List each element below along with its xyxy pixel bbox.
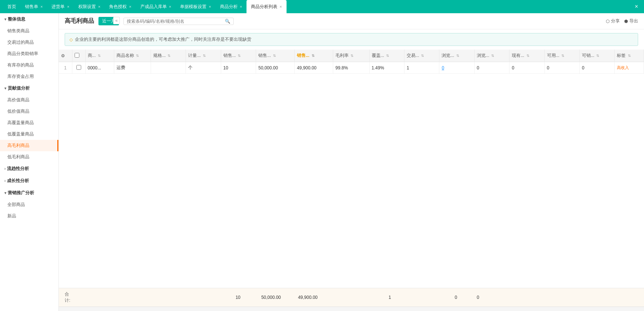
sort-icon-sellable: ⇅ bbox=[596, 54, 599, 58]
th-sales-qty[interactable]: 销售... ⇅ bbox=[221, 50, 256, 62]
close-icon-permission[interactable]: × bbox=[98, 4, 100, 9]
sort-icon-browse2: ⇅ bbox=[491, 54, 494, 58]
sidebar-item-low-value[interactable]: 低价值商品 bbox=[0, 106, 58, 117]
th-tag[interactable]: 标签 ⇅ bbox=[615, 50, 644, 62]
th-spec[interactable]: 规格... ⇅ bbox=[151, 50, 186, 62]
sidebar-item-stock-capital[interactable]: 库存资金占用 bbox=[0, 71, 58, 82]
nav-label-template: 单据模板设置 bbox=[180, 4, 206, 10]
sidebar-group-marketing[interactable]: ▾ 营销推广分析 bbox=[0, 187, 58, 199]
cell-sales-qty: 10 bbox=[221, 62, 256, 74]
nav-item-purchase[interactable]: 进货单 × bbox=[47, 0, 73, 13]
nav-label-product-in: 产成品入库单 bbox=[140, 4, 167, 10]
th-unit[interactable]: 计量... ⇅ bbox=[186, 50, 221, 62]
th-current-stock[interactable]: 现有... ⇅ bbox=[510, 50, 544, 62]
th-coverage[interactable]: 覆盖... ⇅ bbox=[369, 50, 404, 62]
data-table: ⚙ 商... ⇅ 商品名称 ⇅ bbox=[59, 50, 644, 74]
nav-item-analysis-list[interactable]: 商品分析列表 × bbox=[247, 0, 286, 13]
sidebar-item-high-coverage[interactable]: 高覆盖量商品 bbox=[0, 117, 58, 129]
th-sales-cost[interactable]: 销售... ⇅ bbox=[295, 50, 333, 62]
nav-item-product-in[interactable]: 产成品入库单 × bbox=[136, 0, 176, 13]
sort-icon-transaction: ⇅ bbox=[421, 54, 424, 58]
sidebar-group-contribution[interactable]: ▾ 贡献值分析 bbox=[0, 82, 58, 94]
nav-label-analysis: 商品分析 bbox=[220, 4, 238, 10]
cell-coverage: 1.49% bbox=[369, 62, 404, 74]
search-input[interactable] bbox=[127, 19, 223, 24]
nav-label-role: 角色授权 bbox=[109, 4, 127, 10]
cell-name: 运费 bbox=[114, 62, 151, 74]
close-icon-template[interactable]: × bbox=[209, 4, 211, 9]
sort-icon-code: ⇅ bbox=[98, 54, 101, 58]
th-transaction[interactable]: 交易... ⇅ bbox=[404, 50, 439, 62]
nav-item-template[interactable]: 单据模板设置 × bbox=[176, 0, 215, 13]
th-checkbox[interactable] bbox=[72, 50, 85, 62]
nav-label-analysis-list: 商品分析列表 bbox=[251, 4, 277, 10]
cell-transaction: 1 bbox=[404, 62, 439, 74]
cell-checkbox[interactable] bbox=[72, 62, 85, 74]
sort-icon-tag: ⇅ bbox=[628, 54, 631, 58]
sort-icon-sales-cost: ⇅ bbox=[312, 54, 314, 58]
collapse-sidebar-button[interactable]: « bbox=[113, 17, 120, 24]
table-wrapper: ⚙ 商... ⇅ 商品名称 ⇅ bbox=[59, 50, 644, 288]
footer-bar: 合计: 10 50,000.00 49,900.00 1 0 0 bbox=[59, 288, 644, 307]
th-name[interactable]: 商品名称 ⇅ bbox=[114, 50, 151, 62]
sidebar-item-all-goods[interactable]: 全部商品 bbox=[0, 199, 58, 210]
nav-item-permission[interactable]: 权限设置 × bbox=[74, 0, 105, 13]
export-button[interactable]: ⬢ 导出 bbox=[624, 18, 638, 24]
th-sellable[interactable]: 可销... ⇅ bbox=[579, 50, 614, 62]
sidebar-group-trend[interactable]: › 流趋性分析 bbox=[0, 163, 58, 175]
select-all-checkbox[interactable] bbox=[75, 53, 79, 58]
nav-label-sales: 销售单 bbox=[25, 4, 38, 10]
export-icon: ⬢ bbox=[624, 19, 628, 24]
nav-item-role[interactable]: 角色授权 × bbox=[105, 0, 136, 13]
banner-text: 企业的主要的利润都是这部分商品创造的，可考虑加大推广，同时关注库存是不要出现缺货 bbox=[75, 36, 251, 43]
sidebar-group-overview[interactable]: ▾ 整体信息 bbox=[0, 13, 58, 25]
close-all-button[interactable]: × bbox=[632, 3, 641, 10]
sort-icon-sales-amount: ⇅ bbox=[273, 54, 276, 58]
close-icon-analysis-list[interactable]: × bbox=[280, 4, 282, 9]
sidebar-group-growth[interactable]: › 成长性分析 bbox=[0, 175, 58, 187]
sidebar-item-new-goods[interactable]: 新品 bbox=[0, 210, 58, 222]
close-icon-product-in[interactable]: × bbox=[169, 4, 171, 9]
nav-item-analysis[interactable]: 商品分析 × bbox=[216, 0, 247, 13]
th-code[interactable]: 商... ⇅ bbox=[85, 50, 114, 62]
sidebar-item-sales-goods[interactable]: 销售类商品 bbox=[0, 25, 58, 37]
th-available[interactable]: 可用... ⇅ bbox=[544, 50, 579, 62]
th-settings[interactable]: ⚙ bbox=[59, 50, 72, 62]
th-gross-rate[interactable]: 毛利率 ⇅ bbox=[333, 50, 370, 62]
close-icon-role[interactable]: × bbox=[129, 4, 131, 9]
sidebar-item-category-sales-rate[interactable]: 商品分类助销率 bbox=[0, 48, 58, 59]
row-checkbox[interactable] bbox=[76, 65, 81, 70]
horizontal-scrollbar[interactable] bbox=[59, 307, 644, 311]
cell-browse1[interactable]: 0 bbox=[439, 62, 474, 74]
sidebar-item-low-coverage[interactable]: 低覆盖量商品 bbox=[0, 129, 58, 140]
close-icon-sales[interactable]: × bbox=[40, 4, 43, 9]
th-browse1[interactable]: 浏览... ⇅ bbox=[439, 50, 474, 62]
share-button[interactable]: ⬡ 分享 bbox=[606, 18, 620, 24]
close-icon-analysis[interactable]: × bbox=[240, 4, 242, 9]
sort-icon-browse1: ⇅ bbox=[456, 54, 459, 58]
sidebar-group-label-trend: 流趋性分析 bbox=[7, 166, 29, 172]
info-icon: ◇ bbox=[69, 37, 73, 42]
footer-col15: 0 bbox=[457, 295, 479, 300]
sidebar-item-stocked-goods[interactable]: 有库存的商品 bbox=[0, 59, 58, 71]
arrow-icon-growth: › bbox=[4, 179, 6, 183]
sidebar-group-label-marketing: 营销推广分析 bbox=[8, 190, 34, 196]
sidebar-item-low-margin[interactable]: 低毛利商品 bbox=[0, 151, 58, 163]
sort-icon-current-stock: ⇅ bbox=[526, 54, 529, 58]
footer-sales-cost: 49,900.00 bbox=[285, 295, 318, 300]
sidebar-item-traded-goods[interactable]: 交易过的商品 bbox=[0, 37, 58, 48]
main-layout: ▾ 整体信息 销售类商品 交易过的商品 商品分类助销率 有库存的商品 库存资金占… bbox=[0, 13, 644, 311]
cell-gross-rate: 99.8% bbox=[333, 62, 370, 74]
sidebar-item-high-value[interactable]: 高价值商品 bbox=[0, 94, 58, 106]
close-icon-purchase[interactable]: × bbox=[67, 4, 69, 9]
cell-unit: 个 bbox=[186, 62, 221, 74]
footer-label: 合计: bbox=[65, 291, 75, 304]
sidebar-item-high-margin[interactable]: 高毛利商品 bbox=[0, 140, 58, 151]
sort-icon-coverage: ⇅ bbox=[386, 54, 389, 58]
search-icon[interactable]: 🔍 bbox=[225, 19, 230, 24]
th-sales-amount[interactable]: 销售... ⇅ bbox=[256, 50, 295, 62]
nav-item-home[interactable]: 首页 bbox=[3, 0, 21, 13]
nav-item-sales[interactable]: 销售单 × bbox=[21, 0, 47, 13]
th-browse2[interactable]: 浏览... ⇅ bbox=[474, 50, 509, 62]
nav-label-home: 首页 bbox=[7, 4, 16, 10]
